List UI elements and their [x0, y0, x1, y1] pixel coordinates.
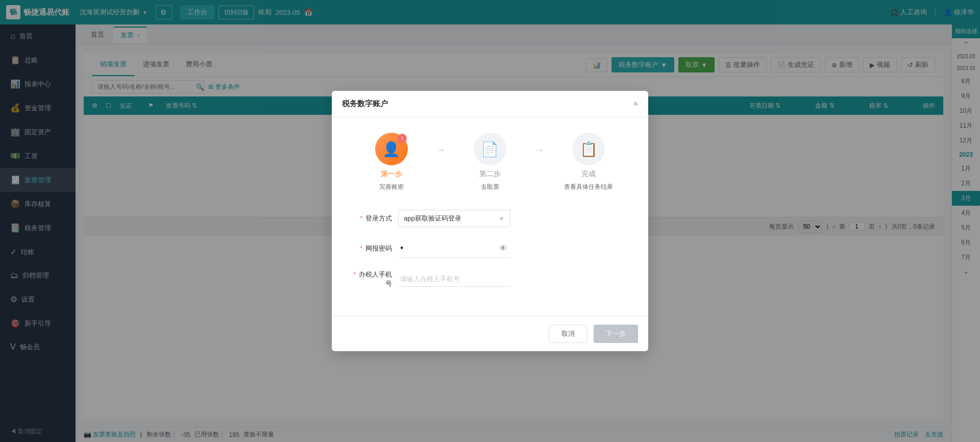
step3-list-icon: 📋 — [580, 141, 598, 158]
modal-body: 👤 ! 第一步 完善账密 → 📄 第二步 去取票 → — [332, 117, 648, 316]
step3-icon: 📋 — [572, 133, 605, 165]
steps: 👤 ! 第一步 完善账密 → 📄 第二步 去取票 → — [352, 133, 628, 191]
password-control: 👁 — [398, 239, 628, 258]
step-arrow-2: → — [529, 144, 550, 156]
step2-icon: 📄 — [474, 133, 506, 165]
step1-person-icon: 👤 — [382, 141, 400, 158]
modal-close-button[interactable]: × — [633, 100, 638, 109]
step1-icon: 👤 ! — [375, 133, 408, 165]
login-method-row: * 登录方式 app获取验证码登录 ▼ — [352, 210, 628, 227]
login-method-required: * — [360, 214, 362, 222]
phone-required: * — [353, 271, 356, 278]
step1-desc: 完善账密 — [379, 183, 404, 191]
password-field-wrapper: 👁 — [398, 239, 510, 258]
next-step-button[interactable]: 下一步 — [594, 325, 638, 343]
tax-digital-modal: 税务数字账户 × 👤 ! 第一步 完善账密 → — [332, 91, 648, 351]
password-required: * — [360, 244, 362, 252]
step2-label: 第二步 — [479, 169, 501, 179]
step-2: 📄 第二步 去取票 — [451, 133, 529, 191]
phone-row: * 办税人手机号 — [352, 270, 628, 288]
step2-doc-icon: 📄 — [481, 141, 499, 158]
modal-header: 税务数字账户 × — [332, 91, 648, 117]
password-input[interactable] — [398, 239, 510, 258]
login-method-label: * 登录方式 — [352, 214, 398, 223]
modal-footer: 取消 下一步 — [332, 316, 648, 351]
step1-label: 第一步 — [381, 169, 402, 179]
select-arrow-icon: ▼ — [498, 215, 505, 223]
step-1: 👤 ! 第一步 完善账密 — [352, 133, 430, 191]
login-method-control: app获取验证码登录 ▼ — [398, 210, 628, 227]
step3-label: 完成 — [581, 169, 596, 179]
step2-desc: 去取票 — [481, 183, 499, 191]
modal-title: 税务数字账户 — [342, 99, 388, 109]
password-row: * 网报密码 👁 — [352, 239, 628, 258]
step3-desc: 查看具体任务结果 — [564, 183, 613, 191]
modal-overlay: 税务数字账户 × 👤 ! 第一步 完善账密 → — [0, 0, 980, 442]
phone-label: * 办税人手机号 — [352, 270, 398, 288]
step1-badge: ! — [398, 134, 407, 143]
password-label: * 网报密码 — [352, 244, 398, 253]
phone-input[interactable] — [398, 272, 510, 287]
step-arrow-1: → — [430, 144, 451, 156]
step-3: 📋 完成 查看具体任务结果 — [550, 133, 628, 191]
phone-control — [398, 272, 628, 287]
cancel-button[interactable]: 取消 — [549, 325, 587, 343]
login-method-select[interactable]: app获取验证码登录 ▼ — [398, 210, 510, 227]
eye-toggle-icon[interactable]: 👁 — [499, 244, 507, 253]
